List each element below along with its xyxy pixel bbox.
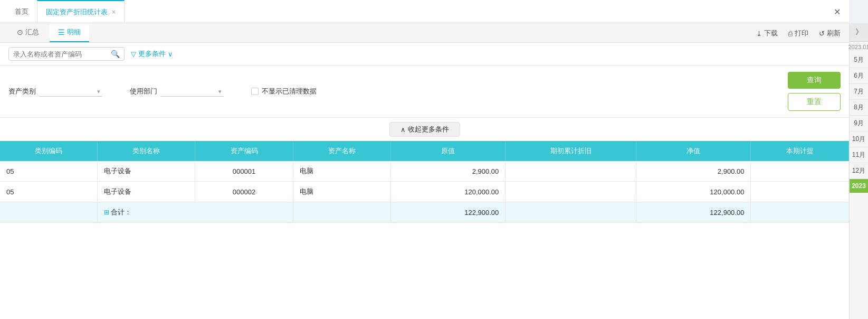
right-sidebar: 》 2023.01 5月6月7月8月9月10月11月12月 2023 — [849, 23, 868, 319]
assets-table: 类别编码 类别名称 资产编码 资产名称 原值 期初累计折旧 净值 本期计提 05… — [0, 141, 849, 223]
col-category-name: 类别名称 — [97, 141, 195, 161]
col-asset-code: 资产编码 — [195, 141, 293, 161]
asset-category-select-wrap[interactable] — [39, 86, 102, 97]
sidebar-months: 5月6月7月8月9月10月11月12月 — [850, 52, 868, 179]
cell-asset-name: 电脑 — [293, 161, 391, 182]
summary-label: ⊞ 合计： — [97, 202, 293, 223]
sub-tabs-bar: ⊙ 汇总 ☰ 明细 ⤓ 下载 ⎙ 打印 ↺ 刷新 — [0, 23, 849, 43]
window-close-icon[interactable]: ✕ — [834, 6, 841, 16]
tab-summary[interactable]: ⊙ 汇总 — [8, 23, 47, 42]
collapse-row: ∧ 收起更多条件 — [0, 118, 849, 141]
refresh-icon: ↺ — [819, 30, 825, 37]
sub-tabs-left: ⊙ 汇总 ☰ 明细 — [8, 23, 89, 42]
col-asset-name: 资产名称 — [293, 141, 391, 161]
cell-accumulated-dep — [505, 182, 636, 202]
filter-icon: ▽ — [131, 50, 136, 58]
top-nav: 首页 固定资产折旧统计表 × ✕ — [0, 0, 849, 23]
search-input-wrap[interactable]: 🔍 — [8, 47, 125, 61]
nav-tab-close-icon[interactable]: × — [112, 8, 116, 16]
nav-home[interactable]: 首页 — [6, 0, 37, 23]
col-net-value: 净值 — [636, 141, 751, 161]
search-bar: 🔍 ▽ 更多条件 ∨ — [0, 43, 849, 65]
nav-tab-fixed-assets[interactable]: 固定资产折旧统计表 × — [37, 0, 125, 23]
summary-accumulated-dep — [505, 202, 636, 223]
print-button[interactable]: ⎙ 打印 — [788, 29, 808, 38]
checkbox-box[interactable] — [251, 88, 259, 95]
collapse-label: 收起更多条件 — [408, 125, 449, 134]
summary-current-dep — [751, 202, 849, 223]
chevron-down-icon: ∨ — [168, 50, 173, 58]
use-department-select[interactable] — [160, 86, 224, 97]
download-icon: ⤓ — [756, 30, 762, 37]
refresh-label: 刷新 — [827, 29, 841, 38]
summary-tab-label: 汇总 — [25, 27, 39, 37]
cell-current-dep — [751, 182, 849, 202]
col-accumulated-dep: 期初累计折旧 — [505, 141, 636, 161]
download-label: 下载 — [764, 29, 778, 38]
col-current-dep: 本期计提 — [751, 141, 849, 161]
cell-original-value: 120,000.00 — [391, 182, 505, 202]
sidebar-month-item[interactable]: 5月 — [850, 52, 868, 68]
sidebar-month-item[interactable]: 9月 — [850, 116, 868, 132]
sidebar-expand-arrow[interactable]: 》 — [850, 23, 868, 42]
table-body: 05 电子设备 000001 电脑 2,900.00 2,900.00 05 电… — [0, 161, 849, 223]
cell-asset-name: 电脑 — [293, 182, 391, 202]
col-category-code: 类别编码 — [0, 141, 97, 161]
date-label: 2023.01 — [848, 42, 868, 52]
no-cleared-data-label: 不显示已清理数据 — [262, 87, 317, 96]
cell-asset-code: 000002 — [195, 182, 293, 202]
sidebar-month-item[interactable]: 11月 — [850, 147, 868, 163]
cell-current-dep — [751, 161, 849, 182]
summary-net-value: 122,900.00 — [636, 202, 751, 223]
more-conditions-label: 更多条件 — [138, 49, 166, 59]
use-department-select-wrap[interactable] — [160, 86, 224, 97]
cell-category-code: 05 — [0, 161, 97, 182]
summary-asset-name — [293, 202, 391, 223]
sidebar-month-item[interactable]: 8月 — [850, 100, 868, 116]
summary-tab-icon: ⊙ — [17, 28, 23, 36]
cell-accumulated-dep — [505, 161, 636, 182]
detail-tab-label: 明细 — [67, 27, 81, 37]
sidebar-year[interactable]: 2023 — [850, 179, 868, 193]
search-input[interactable] — [13, 50, 108, 58]
search-icon[interactable]: 🔍 — [111, 50, 120, 58]
filter-area: 资产类别 使用部门 — [0, 65, 849, 118]
sidebar-month-item[interactable]: 6月 — [850, 68, 868, 84]
table-row: 05 电子设备 000001 电脑 2,900.00 2,900.00 — [0, 161, 849, 182]
sidebar-month-item[interactable]: 7月 — [850, 84, 868, 100]
table-header: 类别编码 类别名称 资产编码 资产名称 原值 期初累计折旧 净值 本期计提 — [0, 141, 849, 161]
refresh-button[interactable]: ↺ 刷新 — [819, 29, 841, 38]
tab-detail[interactable]: ☰ 明细 — [50, 23, 89, 42]
collapse-icon: ∧ — [400, 126, 406, 134]
collapse-button[interactable]: ∧ 收起更多条件 — [389, 122, 460, 137]
query-button[interactable]: 查询 — [788, 72, 841, 89]
cell-category-name: 电子设备 — [97, 182, 195, 202]
more-conditions-button[interactable]: ▽ 更多条件 ∨ — [131, 49, 173, 59]
reset-button[interactable]: 重置 — [788, 93, 841, 111]
cell-category-code: 05 — [0, 182, 97, 202]
col-original-value: 原值 — [391, 141, 505, 161]
summary-icon-cell — [0, 202, 97, 223]
cell-net-value: 120,000.00 — [636, 182, 751, 202]
cell-original-value: 2,900.00 — [391, 161, 505, 182]
sidebar-month-item[interactable]: 10月 — [850, 132, 868, 147]
cell-net-value: 2,900.00 — [636, 161, 751, 182]
detail-tab-icon: ☰ — [58, 28, 65, 36]
sidebar-month-item[interactable]: 12月 — [850, 163, 868, 179]
filter-buttons: 查询 重置 — [788, 72, 841, 111]
print-icon: ⎙ — [788, 30, 793, 37]
asset-category-label: 资产类别 — [8, 87, 36, 96]
table-summary-row: ⊞ 合计： 122,900.00 122,900.00 — [0, 202, 849, 223]
asset-category-filter: 资产类别 — [8, 86, 102, 97]
use-department-filter: 使用部门 — [130, 86, 224, 97]
download-button[interactable]: ⤓ 下载 — [756, 29, 778, 38]
summary-original-value: 122,900.00 — [391, 202, 505, 223]
filter-row: 资产类别 使用部门 — [8, 72, 841, 111]
table-wrap: 类别编码 类别名称 资产编码 资产名称 原值 期初累计折旧 净值 本期计提 05… — [0, 141, 849, 319]
toolbar-right: ⤓ 下载 ⎙ 打印 ↺ 刷新 — [756, 29, 841, 42]
nav-tab-label: 固定资产折旧统计表 — [46, 7, 108, 17]
no-cleared-data-checkbox[interactable]: 不显示已清理数据 — [251, 87, 317, 96]
cell-asset-code: 000001 — [195, 161, 293, 182]
print-label: 打印 — [795, 29, 808, 38]
asset-category-select[interactable] — [39, 86, 102, 97]
